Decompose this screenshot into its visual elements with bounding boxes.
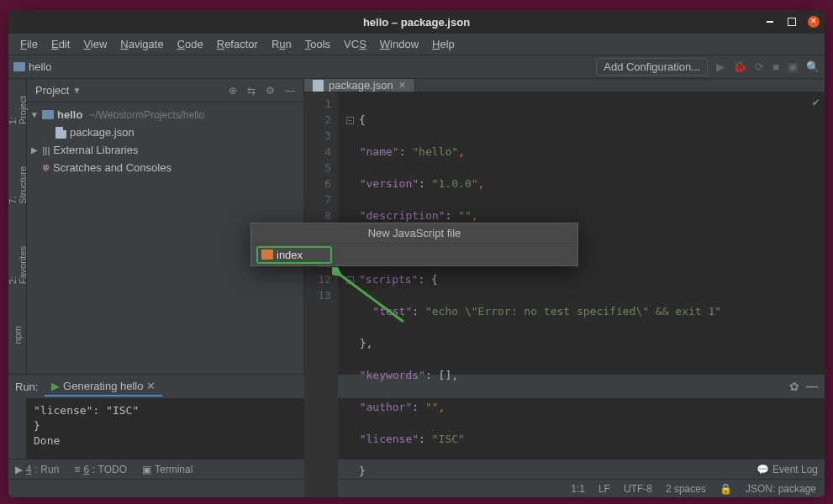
tree-ext-lib[interactable]: ▶||| External Libraries bbox=[27, 141, 303, 159]
sidetab-structure[interactable]: 7: Structure bbox=[8, 166, 28, 204]
library-icon: ||| bbox=[42, 145, 50, 155]
editor-body[interactable]: 12345678910111213 −{ "name": "hello", "v… bbox=[304, 92, 825, 497]
tool-run[interactable]: ▶ 4: Run bbox=[15, 464, 59, 475]
hide-icon[interactable]: — bbox=[282, 85, 298, 97]
sidetab-npm[interactable]: npm bbox=[13, 326, 23, 344]
file-icon bbox=[55, 127, 66, 139]
gear-icon[interactable]: ⚙ bbox=[262, 85, 278, 97]
close-button[interactable] bbox=[808, 16, 820, 28]
debug-icon[interactable]: 🐞 bbox=[733, 60, 746, 73]
left-gutter: 1: Project 7: Structure 2: Favorites npm bbox=[8, 79, 27, 374]
breadcrumb-text: hello bbox=[29, 60, 51, 73]
locate-icon[interactable]: ⊕ bbox=[225, 85, 240, 97]
folder-icon bbox=[13, 62, 25, 71]
minimize-button[interactable] bbox=[764, 16, 776, 28]
window-title: hello – package.json bbox=[8, 16, 825, 29]
run-tab[interactable]: ▶ Generating hello ✕ bbox=[45, 377, 162, 396]
menu-tools[interactable]: Tools bbox=[300, 36, 335, 52]
tree-file[interactable]: package.json bbox=[27, 123, 303, 141]
new-file-popup: New JavaScript file bbox=[250, 223, 578, 266]
menu-help[interactable]: Help bbox=[427, 36, 460, 52]
editor-tabs: package.json ✕ bbox=[304, 79, 825, 92]
tree-scratches[interactable]: ⊗ Scratches and Consoles bbox=[27, 159, 303, 176]
menu-file[interactable]: File bbox=[15, 36, 43, 52]
menu-edit[interactable]: Edit bbox=[46, 36, 75, 52]
js-file-icon bbox=[261, 249, 273, 260]
analysis-ok-icon[interactable]: ✔ bbox=[813, 95, 820, 108]
menu-vcs[interactable]: VCS bbox=[339, 36, 372, 52]
run-toolbar: ▶ 🐞 ⟳ ■ ▣ 🔍 bbox=[716, 60, 820, 73]
menu-window[interactable]: Window bbox=[375, 36, 424, 52]
menu-navigate[interactable]: Navigate bbox=[115, 36, 168, 52]
tool-terminal[interactable]: ▣ Terminal bbox=[142, 464, 192, 475]
folder-icon bbox=[42, 110, 54, 119]
navbar: hello Add Configuration... ▶ 🐞 ⟳ ■ ▣ 🔍 bbox=[8, 55, 825, 79]
menu-view[interactable]: View bbox=[78, 36, 112, 52]
coverage-icon[interactable]: ⟳ bbox=[755, 60, 764, 73]
close-tab-icon[interactable]: ✕ bbox=[398, 80, 406, 91]
project-pane-title[interactable]: Project bbox=[35, 84, 69, 97]
play-icon: ▶ bbox=[51, 380, 60, 392]
popup-input-wrap bbox=[256, 246, 332, 264]
file-icon bbox=[313, 80, 324, 92]
menu-run[interactable]: Run bbox=[266, 36, 297, 52]
filename-input[interactable] bbox=[277, 249, 327, 261]
chevron-down-icon[interactable]: ▼ bbox=[72, 86, 81, 95]
close-tab-icon[interactable]: ✕ bbox=[146, 380, 156, 392]
sidetab-favorites[interactable]: 2: Favorites bbox=[8, 246, 28, 284]
maximize-button[interactable] bbox=[788, 18, 796, 26]
run-label: Run: bbox=[15, 381, 38, 393]
line-gutter: 12345678910111213 bbox=[304, 92, 338, 497]
scratches-icon: ⊗ bbox=[42, 162, 50, 173]
tree-root[interactable]: ▼ hello ~/WebstormProjects/hello bbox=[27, 106, 303, 123]
breadcrumb[interactable]: hello bbox=[13, 60, 51, 73]
layout-icon[interactable]: ▣ bbox=[788, 60, 798, 73]
popup-title: New JavaScript file bbox=[251, 223, 577, 244]
titlebar[interactable]: hello – package.json bbox=[8, 10, 825, 34]
menu-refactor[interactable]: Refactor bbox=[212, 36, 263, 52]
menu-code[interactable]: Code bbox=[172, 36, 208, 52]
tool-todo[interactable]: ≡ 6: TODO bbox=[74, 464, 127, 475]
run-icon[interactable]: ▶ bbox=[716, 60, 725, 73]
stop-icon[interactable]: ■ bbox=[772, 60, 779, 73]
menubar: File Edit View Navigate Code Refactor Ru… bbox=[8, 34, 825, 55]
code-area[interactable]: −{ "name": "hello", "version": "1.0.0", … bbox=[338, 92, 825, 497]
add-configuration-button[interactable]: Add Configuration... bbox=[596, 58, 708, 76]
project-pane-header: Project ▼ ⊕ ⇆ ⚙ — bbox=[27, 79, 303, 102]
project-tree: ▼ hello ~/WebstormProjects/hello package… bbox=[27, 102, 303, 180]
collapse-icon[interactable]: ⇆ bbox=[244, 85, 259, 97]
tab-package-json[interactable]: package.json ✕ bbox=[304, 79, 415, 92]
search-icon[interactable]: 🔍 bbox=[806, 60, 820, 73]
sidetab-project[interactable]: 1: Project bbox=[8, 96, 28, 124]
